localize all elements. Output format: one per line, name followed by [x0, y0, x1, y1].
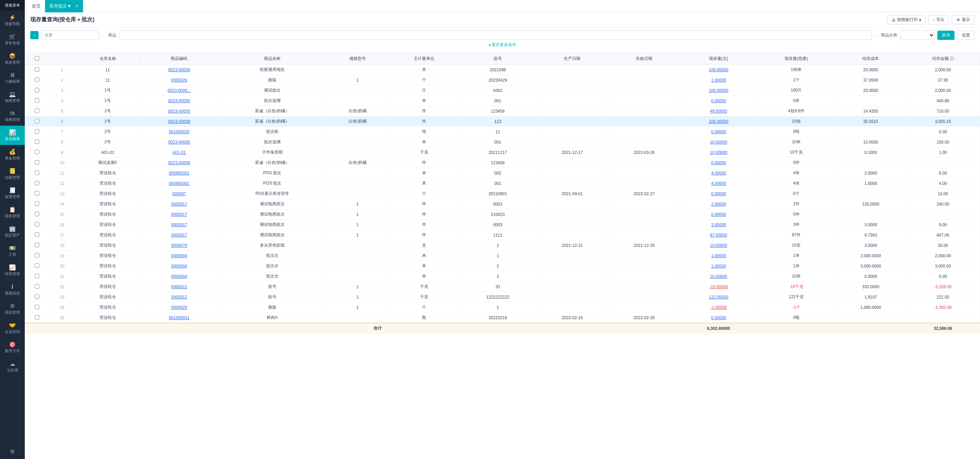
row-checkbox-cell[interactable] [25, 147, 49, 158]
row-checkbox-cell[interactable] [25, 178, 49, 189]
row-checkbox-cell[interactable] [25, 116, 49, 127]
row-qty-main-link[interactable]: -16.00000 [710, 284, 728, 289]
export-button[interactable]: ↑ 导出 [928, 15, 949, 24]
row-checkbox-cell[interactable] [25, 312, 49, 324]
sidebar-item-pifa[interactable]: 📦 批发管理 [0, 49, 25, 69]
row-checkbox-cell[interactable] [25, 65, 49, 75]
row-checkbox[interactable] [35, 212, 39, 216]
row-checkbox[interactable] [35, 171, 39, 175]
row-qty-main-link[interactable]: -1.00000 [711, 305, 727, 310]
sidebar-logo[interactable]: 搜索菜单 [0, 0, 25, 11]
row-code-link[interactable]: 000900001 [169, 181, 189, 186]
row-code-link[interactable]: 0000078 [171, 243, 187, 248]
row-checkbox-cell[interactable] [25, 158, 49, 168]
row-checkbox[interactable] [35, 129, 39, 134]
sidebar-item-qiye[interactable]: 🤝 企业协同 [0, 319, 25, 338]
sidebar-item-xitong[interactable]: ⚙ 系统管理 [0, 299, 25, 319]
row-qty-main-link[interactable]: 100.00000 [709, 88, 729, 93]
goods-input[interactable] [119, 30, 872, 40]
row-qty-main-link[interactable]: 10.00000 [710, 274, 727, 279]
tab-kucun-pici[interactable]: 库存批次▼ ✕ [45, 0, 83, 13]
row-checkbox[interactable] [35, 108, 39, 113]
row-code-link[interactable]: 0023-00005 [168, 140, 190, 145]
row-checkbox-cell[interactable] [25, 251, 49, 261]
sidebar-item-kuaijie[interactable]: ⚡ 快捷导航 [0, 11, 25, 30]
row-code-link[interactable]: A01-01 [172, 150, 186, 155]
row-code-link[interactable]: 0000012 [171, 284, 187, 289]
tab-home[interactable]: 首页 [27, 0, 45, 13]
row-checkbox-cell[interactable] [25, 302, 49, 312]
row-qty-main-link[interactable]: 3.00000 [711, 222, 726, 227]
sidebar-item-zijin[interactable]: 💰 资金管理 [0, 145, 25, 164]
sidebar-item-jingying[interactable]: 📈 经营管理 [0, 261, 25, 280]
tab-close-button[interactable]: ✕ [75, 3, 79, 9]
sidebar-item-zhangzhang[interactable]: 📒 总账管理 [0, 164, 25, 183]
row-checkbox-cell[interactable] [25, 220, 49, 230]
row-checkbox[interactable] [35, 88, 39, 92]
show-button[interactable]: 👁 显示 [952, 15, 975, 24]
row-code-link[interactable]: 0000017 [171, 222, 187, 227]
row-checkbox[interactable] [35, 233, 39, 237]
sidebar-item-caigou[interactable]: 🛍 采购管理 [0, 107, 25, 126]
row-checkbox-cell[interactable] [25, 127, 49, 137]
row-checkbox[interactable] [35, 253, 39, 258]
sidebar-item-gongzi[interactable]: 💵 工资 [0, 241, 25, 261]
row-checkbox[interactable] [35, 315, 39, 320]
row-checkbox[interactable] [35, 305, 39, 309]
row-code-link[interactable]: 0023-00005 [168, 99, 190, 103]
row-checkbox[interactable] [35, 181, 39, 185]
sidebar-item-xinshou[interactable]: 🎯 新手引导 [0, 338, 25, 357]
row-checkbox-cell[interactable] [25, 240, 49, 251]
row-qty-main-link[interactable]: 0.00000 [711, 191, 726, 196]
row-code-link[interactable]: 000900001 [169, 171, 189, 175]
row-checkbox-cell[interactable] [25, 209, 49, 220]
row-code-link[interactable]: 0023-00008 [168, 161, 190, 165]
row-checkbox[interactable] [35, 160, 39, 164]
sidebar-item-lingshou[interactable]: 🛒 零售管理 [0, 30, 25, 49]
row-qty-main-link[interactable]: 0.00000 [711, 161, 726, 165]
row-qty-main-link[interactable]: 1.00000 [711, 78, 726, 83]
row-qty-main-link[interactable]: 0.00000 [711, 316, 726, 320]
row-code-link[interactable]: 000097 [172, 191, 186, 196]
settings-filter-button[interactable]: 设置 [957, 31, 975, 40]
row-checkbox[interactable] [35, 201, 39, 206]
row-checkbox-cell[interactable] [25, 199, 49, 209]
row-checkbox-cell[interactable] [25, 85, 49, 96]
row-qty-main-link[interactable]: 0.00000 [711, 212, 726, 217]
row-checkbox-cell[interactable] [25, 137, 49, 147]
row-code-link[interactable]: 0000017 [171, 212, 187, 217]
row-qty-main-link[interactable]: 0.00000 [711, 99, 726, 103]
row-code-link[interactable]: 0023-00008 [168, 119, 190, 124]
expand-conditions-button[interactable]: ▾ 展开更多条件 [489, 42, 516, 48]
row-checkbox[interactable] [35, 119, 39, 123]
row-qty-main-link[interactable]: 10.00000 [710, 140, 727, 145]
row-qty-main-link[interactable]: 10.00000 [710, 150, 727, 155]
row-qty-main-link[interactable]: 10.00000 [710, 243, 727, 248]
sidebar-item-yunyingyong[interactable]: ☁ 云应用 [0, 357, 25, 376]
row-checkbox-cell[interactable] [25, 75, 49, 85]
print-button[interactable]: 🖨 按模板打印 ▾ [887, 15, 926, 24]
row-code-link[interactable]: 001000026 [169, 129, 189, 134]
row-checkbox-cell[interactable] [25, 292, 49, 302]
row-code-link[interactable]: 0000084 [171, 253, 187, 258]
filter-expand-toggle[interactable]: › [30, 31, 38, 39]
row-code-link[interactable]: 0000017 [171, 233, 187, 237]
row-checkbox[interactable] [35, 191, 39, 196]
row-checkbox-cell[interactable] [25, 261, 49, 271]
row-checkbox[interactable] [35, 67, 39, 72]
row-qty-main-link[interactable]: 49.60000 [710, 109, 727, 114]
row-checkbox[interactable] [35, 139, 39, 144]
warehouse-input[interactable] [41, 30, 99, 40]
row-qty-main-link[interactable]: 100.00000 [709, 67, 729, 72]
search-button[interactable]: 查询 [937, 31, 955, 40]
row-checkbox-cell[interactable] [25, 189, 49, 199]
sidebar-item-kucun[interactable]: 📊 库存核算 [0, 126, 25, 145]
row-qty-main-link[interactable]: 100.00000 [709, 119, 729, 124]
row-qty-main-link[interactable]: 1.00000 [711, 253, 726, 258]
row-qty-main-link[interactable]: 1.00000 [711, 264, 726, 269]
row-qty-main-link[interactable]: 4.00000 [711, 181, 726, 186]
row-code-link[interactable]: 0000012 [171, 295, 187, 300]
row-qty-main-link[interactable]: 4.00000 [711, 171, 726, 175]
row-qty-main-link[interactable]: 87.00000 [710, 233, 727, 237]
sidebar-item-xiaorong[interactable]: 🖥 小融电商 [0, 69, 25, 88]
